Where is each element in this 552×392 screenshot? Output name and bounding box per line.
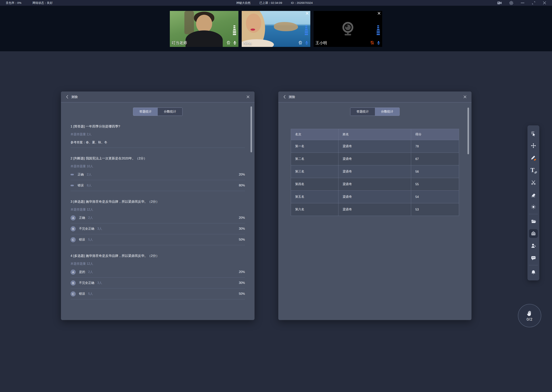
tab-score-stats[interactable]: 分数统计 <box>158 108 182 116</box>
camera-mode-icon[interactable] <box>497 1 502 5</box>
video-tile-nina[interactable]: Nina <box>242 11 310 47</box>
pen-icon <box>530 155 536 161</box>
option-pill-icon <box>71 174 74 175</box>
option-letter-badge: B <box>71 226 76 231</box>
option-letter-badge: C <box>71 237 76 242</box>
title-bar: 丢包率：0% 网络状态：良好 神秘大自然 已上课：02:34:09 ID：202… <box>0 0 552 6</box>
option-pill-icon <box>71 185 74 186</box>
rank-cell: 第二名 <box>291 153 339 165</box>
score-table: 名次 姓名 得分 第一名 梁鼎奇 78 第二名 梁鼎奇 67 第三名 梁鼎奇 5… <box>291 129 459 216</box>
toolbar-divider <box>529 265 538 265</box>
option-count: 8人 <box>87 183 92 188</box>
participant-name: 叮当老师 <box>172 40 187 46</box>
option-label: 错误 <box>78 183 84 188</box>
microphone-icon[interactable] <box>233 41 237 46</box>
hand-raise-count: 0/2 <box>527 317 533 322</box>
quiz-answers-panel: 测验 答题统计 分数统计 1 [简答题] 一年四季分别是哪四季? 本题答题量 2… <box>61 91 254 320</box>
option-percent: 20% <box>239 173 245 176</box>
option-percent: 20% <box>239 270 245 274</box>
tab-score-stats[interactable]: 分数统计 <box>375 108 399 116</box>
scrollbar[interactable] <box>467 108 469 154</box>
volume-level-indicator <box>232 25 237 35</box>
close-video-icon[interactable] <box>306 12 309 15</box>
packet-loss-label: 丢包率：0% <box>6 1 22 5</box>
rank-cell: 第三名 <box>291 165 339 178</box>
option-label: 不完全正确 <box>79 227 94 231</box>
session-info: 神秘大自然 已上课：02:34:09 ID：2020070324 <box>236 0 313 6</box>
notification-tool-button[interactable] <box>527 266 539 279</box>
stats-tab-switch: 答题统计 分数统计 <box>61 108 254 116</box>
option-count: 3人 <box>97 227 102 231</box>
rank-cell: 第一名 <box>291 140 339 153</box>
tab-answer-stats[interactable]: 答题统计 <box>350 108 375 116</box>
webcam-off-icon[interactable] <box>370 41 374 46</box>
rank-cell: 第六名 <box>291 203 339 216</box>
back-icon[interactable] <box>283 95 286 99</box>
table-row: 第四名 梁鼎奇 55 <box>291 178 459 191</box>
panel-header: 测验 <box>278 91 472 102</box>
big-webcam-icon <box>339 21 357 37</box>
option-row: 错误 8人 80% <box>71 180 245 191</box>
settings-gear-icon[interactable] <box>509 1 514 5</box>
webcam-on-icon[interactable] <box>226 41 231 46</box>
option-percent: 20% <box>239 216 245 220</box>
back-icon[interactable] <box>66 95 68 99</box>
member-icon <box>531 243 536 248</box>
window-controls <box>497 1 546 5</box>
text-icon: T <box>530 167 536 173</box>
panel-header: 测验 <box>61 91 254 102</box>
table-header-row: 名次 姓名 得分 <box>291 129 459 140</box>
cut-tool-button[interactable] <box>527 176 539 189</box>
col-header-name: 姓名 <box>339 129 411 140</box>
option-letter-badge: C <box>71 291 76 296</box>
pen-tool-button[interactable] <box>527 152 539 164</box>
volume-level-indicator <box>376 25 380 35</box>
rank-cell: 第四名 <box>291 178 339 191</box>
microphone-icon[interactable] <box>305 41 309 46</box>
score-cell: 55 <box>411 178 459 191</box>
webcam-on-icon[interactable] <box>298 41 302 46</box>
table-row: 第五名 梁鼎奇 54 <box>291 191 459 203</box>
maximize-button[interactable] <box>532 1 536 5</box>
option-count: 2人 <box>88 270 93 274</box>
toolbox-tool-button[interactable] <box>527 227 539 240</box>
cursor-click-icon <box>531 131 536 136</box>
question-answer-count: 本题答题量 2人 <box>71 132 245 136</box>
stats-tab-switch: 答题统计 分数统计 <box>278 108 472 116</box>
question-answer-count: 本题答题量 12人 <box>71 262 245 266</box>
video-tile-teacher[interactable]: 叮当老师 <box>170 11 239 47</box>
chat-tool-button[interactable] <box>527 252 539 264</box>
option-count: 2人 <box>88 216 93 220</box>
raise-hand-button[interactable]: 0/2 <box>518 304 541 327</box>
video-tile-wangxiaoming[interactable]: 王小明 <box>313 11 382 47</box>
tab-answer-stats[interactable]: 答题统计 <box>133 108 158 116</box>
courseware-folder-button[interactable] <box>527 215 539 227</box>
eraser-tool-button[interactable] <box>527 189 539 201</box>
close-panel-icon[interactable] <box>247 95 250 98</box>
select-tool-button[interactable] <box>527 127 539 140</box>
session-id-label: ID：2020070324 <box>291 1 312 5</box>
folder-icon <box>531 219 536 224</box>
chat-icon <box>531 255 536 261</box>
minimize-button[interactable] <box>521 2 524 3</box>
question-title: 1 [简答题] 一年四季分别是哪四季? <box>71 124 245 129</box>
option-percent: 50% <box>239 238 245 241</box>
volume-level-indicator <box>304 25 309 35</box>
text-tool-button[interactable]: T <box>527 164 539 176</box>
option-label: 错误 <box>79 292 85 296</box>
spotlight-tool-button[interactable] <box>527 201 539 213</box>
close-panel-icon[interactable] <box>464 95 466 98</box>
member-tool-button[interactable] <box>527 240 539 252</box>
option-row: C 错误 5人 50% <box>71 288 245 299</box>
option-label: 正确 <box>79 216 85 220</box>
name-cell: 梁鼎奇 <box>339 203 411 216</box>
close-window-button[interactable] <box>543 1 546 5</box>
hand-icon <box>526 310 533 317</box>
network-status-label: 网络状态：良好 <box>33 1 53 5</box>
close-video-icon[interactable] <box>378 12 380 15</box>
option-row: 正确 2人 20% <box>71 169 245 180</box>
scrollbar[interactable] <box>251 106 252 152</box>
move-tool-button[interactable] <box>527 140 539 152</box>
spotlight-icon <box>531 204 536 210</box>
microphone-icon[interactable] <box>377 41 381 46</box>
